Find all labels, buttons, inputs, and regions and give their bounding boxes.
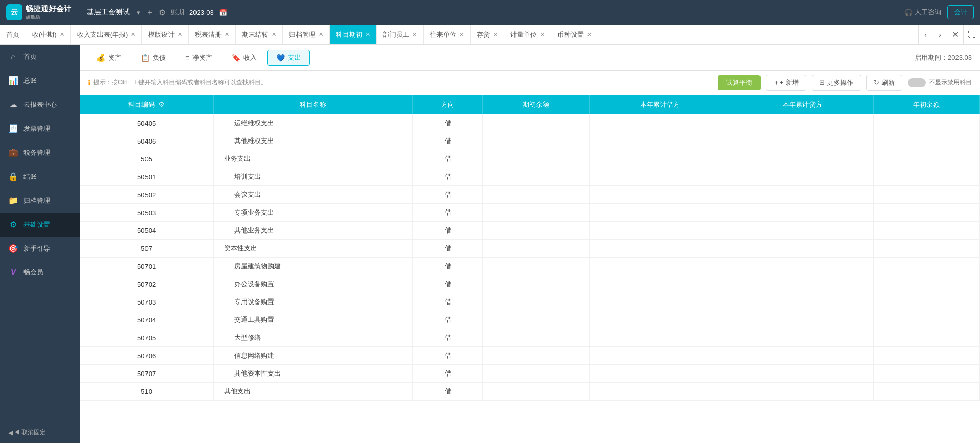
tab-close-icon[interactable]: ✕: [131, 31, 135, 38]
tab-subject-init[interactable]: 科目期初 ✕: [330, 25, 377, 44]
calendar-icon[interactable]: 📅: [219, 9, 227, 16]
table-row[interactable]: 50706信息网络购建借: [80, 347, 980, 365]
sub-tab-expense[interactable]: 💙 支出: [267, 50, 310, 66]
tab-home[interactable]: 首页: [0, 25, 26, 44]
table-row[interactable]: 50702办公设备购置借: [80, 275, 980, 293]
sub-tab-liabilities[interactable]: 📋 负债: [132, 50, 175, 66]
company-dropdown-icon[interactable]: ▾: [137, 9, 140, 16]
sidebar-item-tax[interactable]: 💼 税务管理: [0, 141, 80, 165]
cell-ytd-debit: [589, 150, 731, 168]
tab-close-icon[interactable]: ✕: [225, 31, 229, 38]
sidebar-item-ledger[interactable]: 📊 总账: [0, 68, 80, 92]
table-row[interactable]: 50705大型修缮借: [80, 329, 980, 347]
tab-expand-icon[interactable]: ⛶: [964, 25, 980, 45]
table-row[interactable]: 50501培训支出借: [80, 168, 980, 186]
sidebar-item-cloud-report[interactable]: ☁ 云报表中心: [0, 92, 80, 116]
tab-close-icon[interactable]: ✕: [318, 31, 323, 38]
cell-direction: 借: [412, 114, 483, 132]
tab-close-icon[interactable]: ✕: [178, 31, 182, 38]
add-tab-icon[interactable]: ＋: [145, 7, 154, 18]
account-button[interactable]: 会计: [947, 5, 974, 19]
table-row[interactable]: 50502会议支出借: [80, 186, 980, 204]
company-name[interactable]: 基层工会测试: [87, 8, 130, 17]
table-row[interactable]: 505业务支出借: [80, 150, 980, 168]
tab-close-all-icon[interactable]: ✕: [947, 25, 964, 45]
tab-prev-icon[interactable]: ‹: [919, 25, 933, 45]
tab-close-icon[interactable]: ✕: [540, 31, 545, 38]
cell-code: 50705: [80, 329, 214, 347]
tab-annual-report[interactable]: 收入支出表(年报) ✕: [71, 25, 142, 44]
refresh-button[interactable]: ↻ 刷新: [866, 75, 902, 91]
settings-icon: ⚙: [8, 220, 18, 229]
sidebar-item-membership[interactable]: V 畅会员: [0, 261, 80, 284]
sidebar-item-invoice[interactable]: 🧾 发票管理: [0, 116, 80, 141]
tab-template[interactable]: 模版设计 ✕: [142, 25, 189, 44]
cell-init-balance: [483, 204, 589, 222]
period-value[interactable]: 2023-03: [189, 9, 214, 16]
tab-inventory[interactable]: 存货 ✕: [471, 25, 504, 44]
table-row[interactable]: 50707其他资本性支出借: [80, 365, 980, 383]
disable-toggle[interactable]: [908, 78, 926, 87]
cell-ytd-credit: [731, 204, 874, 222]
tab-close-icon[interactable]: ✕: [587, 31, 592, 38]
tab-close-icon[interactable]: ✕: [60, 31, 64, 38]
tab-close-icon[interactable]: ✕: [493, 31, 498, 38]
tab-period-end[interactable]: 期末结转 ✕: [236, 25, 283, 44]
table-row[interactable]: 50406其他维权支出借: [80, 132, 980, 150]
table-row[interactable]: 50703专用设备购置借: [80, 293, 980, 311]
help-button[interactable]: 🎧 人工咨询: [904, 8, 941, 17]
tab-contacts[interactable]: 往来单位 ✕: [424, 25, 471, 44]
sidebar-collapse-btn[interactable]: ◀ ◀ 取消固定: [0, 422, 80, 443]
cell-year-init: [873, 186, 979, 204]
sidebar-item-archive[interactable]: 📁 归档管理: [0, 189, 80, 213]
sidebar-item-home[interactable]: ⌂ 首页: [0, 45, 80, 68]
cell-name: 其他资本性支出: [214, 365, 412, 383]
tab-close-icon[interactable]: ✕: [272, 31, 276, 38]
cell-code: 50406: [80, 132, 214, 150]
add-button[interactable]: ＋ + 新增: [766, 75, 806, 91]
tab-department[interactable]: 部门员工 ✕: [377, 25, 424, 44]
cell-init-balance: [483, 365, 589, 383]
cell-ytd-credit: [731, 222, 874, 240]
top-bar-right: 🎧 人工咨询 会计: [904, 5, 974, 19]
col-settings-icon[interactable]: ⚙: [158, 100, 165, 108]
table-row[interactable]: 50503专项业务支出借: [80, 204, 980, 222]
tab-close-icon[interactable]: ✕: [365, 31, 370, 38]
tab-tax-list[interactable]: 税表清册 ✕: [189, 25, 236, 44]
tab-next-icon[interactable]: ›: [933, 25, 947, 45]
cell-ytd-credit: [731, 240, 874, 258]
tab-close-icon[interactable]: ✕: [459, 31, 464, 38]
tab-units[interactable]: 计量单位 ✕: [504, 25, 551, 44]
table-row[interactable]: 50405运维维权支出借: [80, 114, 980, 132]
sub-tab-assets[interactable]: 💰 资产: [88, 50, 130, 66]
tab-close-icon[interactable]: ✕: [412, 31, 417, 38]
table-row[interactable]: 50504其他业务支出借: [80, 222, 980, 240]
tab-period-mid[interactable]: 收(中期) ✕: [26, 25, 71, 44]
sub-tab-income[interactable]: 🔖 收入: [223, 50, 265, 66]
table-row[interactable]: 507资本性支出借: [80, 240, 980, 258]
table-wrapper[interactable]: 科目编码 ⚙ 科目名称 方向 期初余额 本年累计借方 本年累计贷方 年初余额 5…: [80, 95, 980, 443]
balance-button[interactable]: 试算平衡: [718, 75, 761, 90]
cell-year-init: [873, 150, 979, 168]
table-row[interactable]: 510其他支出借: [80, 383, 980, 401]
table-row[interactable]: 50704交通工具购置借: [80, 311, 980, 329]
cell-year-init: [873, 293, 979, 311]
tab-archive[interactable]: 归档管理 ✕: [283, 25, 330, 44]
cell-direction: 借: [412, 186, 483, 204]
cell-year-init: [873, 132, 979, 150]
tab-nav-arrows: ‹ › ✕ ⛶: [918, 25, 980, 44]
sidebar-item-guide[interactable]: 🎯 新手引导: [0, 237, 80, 261]
cell-ytd-credit: [731, 293, 874, 311]
table-row[interactable]: 50701房屋建筑物购建借: [80, 258, 980, 275]
app-logo: 云: [6, 4, 22, 20]
settings-icon[interactable]: ⚙: [159, 8, 166, 17]
sub-tab-net-assets[interactable]: ≡ 净资产: [177, 50, 221, 66]
cell-ytd-debit: [589, 311, 731, 329]
income-icon: 🔖: [232, 54, 240, 62]
archive-icon: 📁: [8, 196, 18, 205]
tax-icon: 💼: [8, 148, 18, 157]
more-button[interactable]: ⊞ 更多操作: [812, 75, 861, 91]
sidebar-item-basic-settings[interactable]: ⚙ 基础设置: [0, 213, 80, 237]
sidebar-item-settle[interactable]: 🔒 结账: [0, 165, 80, 189]
tab-currency[interactable]: 币种设置 ✕: [551, 25, 598, 44]
